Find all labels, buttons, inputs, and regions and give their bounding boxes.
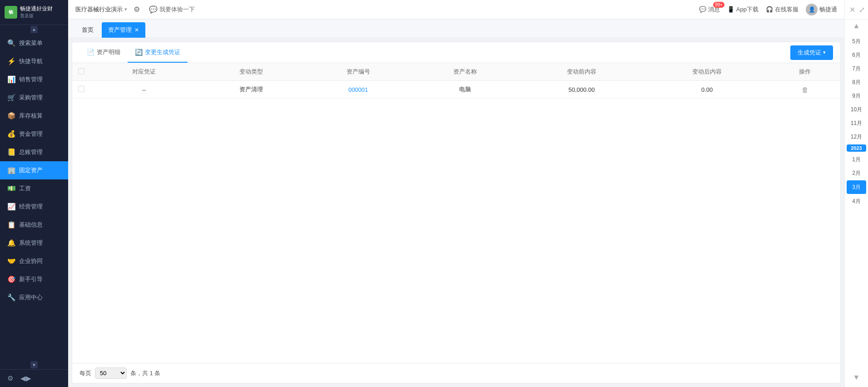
trial-area[interactable]: 💬 我要体验一下 — [149, 5, 195, 14]
trial-text: 我要体验一下 — [159, 5, 195, 14]
generate-voucher-button[interactable]: 生成凭证 ▾ — [790, 45, 833, 60]
tab-home[interactable]: 首页 — [75, 22, 100, 38]
avatar: 👤 — [806, 4, 818, 15]
tab-close-icon[interactable]: ✕ — [134, 27, 139, 33]
search-icon: 🔍 — [7, 39, 15, 47]
panel-up-icon[interactable]: ▲ — [851, 20, 862, 32]
sidebar-item-operations[interactable]: 📈 经营管理 — [0, 198, 68, 216]
basic-info-icon: 📋 — [7, 221, 15, 229]
sidebar-bottom: ⚙ ◀▶ — [0, 369, 68, 387]
sidebar-logo: 畅 畅捷通好业财 普及版 — [0, 0, 68, 25]
table-row: -- 资产清理 000001 电脑 50,000.00 0.00 🗑 — [72, 81, 840, 99]
month-10[interactable]: 10月 — [845, 103, 868, 116]
col-asset-name: 资产名称 — [412, 63, 519, 81]
month-1[interactable]: 1月 — [845, 153, 868, 166]
month-4[interactable]: 4月 — [845, 194, 868, 208]
app-download-label: App下载 — [736, 5, 759, 14]
right-panel: ✕ ⤢ ▲ 5月 6月 7月 8月 9月 10月 11月 12月 2023 1月… — [844, 0, 868, 387]
app-download-icon: 📱 — [727, 6, 734, 13]
sidebar-nav: 🔍 搜索菜单 ⚡ 快捷导航 📊 销售管理 🛒 采购管理 📦 库存核算 💰 资金管… — [0, 34, 68, 360]
month-7[interactable]: 7月 — [845, 62, 868, 75]
select-all-checkbox[interactable] — [78, 68, 84, 74]
row-checkbox-cell — [72, 81, 90, 99]
generate-btn-arrow-icon: ▾ — [823, 50, 826, 55]
sidebar-item-enterprise[interactable]: 🤝 企业协同 — [0, 252, 68, 270]
month-9[interactable]: 9月 — [845, 89, 868, 103]
sidebar-item-search[interactable]: 🔍 搜索菜单 — [0, 34, 68, 52]
tab-asset-mgmt[interactable]: 资产管理 ✕ — [102, 22, 145, 38]
sidebar-item-funds[interactable]: 💰 资金管理 — [0, 125, 68, 143]
change-voucher-icon: 🔄 — [135, 49, 143, 56]
sidebar-item-ledger[interactable]: 📒 总账管理 — [0, 143, 68, 161]
col-checkbox — [72, 63, 90, 81]
sidebar-item-sales[interactable]: 📊 销售管理 — [0, 70, 68, 89]
col-voucher: 对应凭证 — [90, 63, 198, 81]
table-wrap: 对应凭证 变动类型 资产编号 资产名称 变动前内容 变动后内容 操作 — [72, 63, 840, 363]
month-11[interactable]: 11月 — [845, 116, 868, 130]
main-area: 医疗器械行业演示 ▾ ⚙ 💬 我要体验一下 💬 消息 99+ 📱 App下载 🎧… — [68, 0, 844, 387]
year-2023-label: 2023 — [847, 144, 866, 152]
trial-icon: 💬 — [149, 5, 158, 14]
sidebar: 畅 畅捷通好业财 普及版 ▲ 🔍 搜索菜单 ⚡ 快捷导航 📊 销售管理 🛒 采购… — [0, 0, 68, 387]
sales-icon: 📊 — [7, 75, 15, 84]
sidebar-item-guide[interactable]: 🎯 新手引导 — [0, 270, 68, 288]
sidebar-scroll-down[interactable]: ▼ — [30, 361, 38, 368]
collapse-icon[interactable]: ◀▶ — [20, 374, 31, 382]
row-asset-name: 电脑 — [412, 81, 519, 99]
messages-icon: 💬 — [699, 6, 706, 13]
month-8[interactable]: 8月 — [845, 75, 868, 89]
sidebar-item-payroll[interactable]: 💵 工资 — [0, 179, 68, 198]
subtab-change-voucher[interactable]: 🔄 变更生成凭证 — [128, 42, 188, 63]
company-name: 医疗器械行业演示 — [75, 5, 123, 14]
system-icon: 🔔 — [7, 239, 15, 247]
month-3-current[interactable]: 3月 — [847, 180, 866, 194]
delete-icon[interactable]: 🗑 — [802, 86, 808, 94]
page-size-select[interactable]: 50 10 20 100 — [95, 367, 127, 379]
user-area[interactable]: 👤 畅捷通 — [806, 4, 837, 15]
fixed-assets-icon: 🏢 — [7, 166, 15, 174]
row-asset-no: 000001 — [305, 81, 412, 99]
enterprise-icon: 🤝 — [7, 257, 15, 265]
customer-service-label: 在线客服 — [775, 5, 799, 14]
customer-service-btn[interactable]: 🎧 在线客服 — [766, 5, 799, 14]
funds-icon: 💰 — [7, 130, 15, 138]
month-5[interactable]: 5月 — [845, 35, 868, 48]
col-action: 操作 — [770, 63, 840, 81]
panel-header: ✕ ⤢ — [845, 4, 868, 20]
topbar-settings-icon[interactable]: ⚙ — [134, 5, 140, 14]
messages-btn[interactable]: 💬 消息 99+ — [699, 5, 720, 14]
topbar-right: 💬 消息 99+ 📱 App下载 🎧 在线客服 👤 畅捷通 — [699, 4, 837, 15]
settings-icon[interactable]: ⚙ — [7, 374, 13, 382]
logo-subtitle: 普及版 — [20, 13, 53, 19]
sidebar-item-quick-nav[interactable]: ⚡ 快捷导航 — [0, 52, 68, 70]
sidebar-item-basic-info[interactable]: 📋 基础信息 — [0, 216, 68, 234]
sidebar-item-purchase[interactable]: 🛒 采购管理 — [0, 89, 68, 107]
purchase-icon: 🛒 — [7, 94, 15, 102]
panel-close-icon[interactable]: ✕ — [848, 4, 857, 16]
sidebar-item-system[interactable]: 🔔 系统管理 — [0, 234, 68, 252]
user-name: 畅捷通 — [819, 5, 837, 14]
payroll-icon: 💵 — [7, 184, 15, 193]
col-after-content: 变动后内容 — [645, 63, 770, 81]
panel-expand-icon[interactable]: ⤢ — [857, 4, 867, 16]
panel-down-icon[interactable]: ▼ — [851, 372, 862, 383]
inventory-icon: 📦 — [7, 112, 15, 120]
sidebar-item-inventory[interactable]: 📦 库存核算 — [0, 107, 68, 125]
tabbar: 首页 资产管理 ✕ — [68, 19, 844, 38]
company-chevron-icon[interactable]: ▾ — [124, 6, 127, 12]
sidebar-scroll-up[interactable]: ▲ — [30, 26, 38, 33]
col-change-type: 变动类型 — [198, 63, 305, 81]
row-checkbox[interactable] — [78, 86, 84, 92]
ledger-icon: 📒 — [7, 148, 15, 156]
subtab-asset-detail[interactable]: 📄 资产明细 — [79, 42, 128, 63]
month-6[interactable]: 6月 — [845, 48, 868, 62]
asset-table: 对应凭证 变动类型 资产编号 资产名称 变动前内容 变动后内容 操作 — [72, 63, 840, 99]
app-download-btn[interactable]: 📱 App下载 — [727, 5, 759, 14]
month-2[interactable]: 2月 — [845, 166, 868, 180]
month-12[interactable]: 12月 — [845, 130, 868, 144]
sidebar-item-fixed-assets[interactable]: 🏢 固定资产 — [0, 161, 68, 179]
app-center-icon: 🔧 — [7, 293, 15, 302]
sidebar-item-app-center[interactable]: 🔧 应用中心 — [0, 288, 68, 307]
guide-icon: 🎯 — [7, 275, 15, 283]
per-page-label: 每页 — [79, 369, 91, 377]
